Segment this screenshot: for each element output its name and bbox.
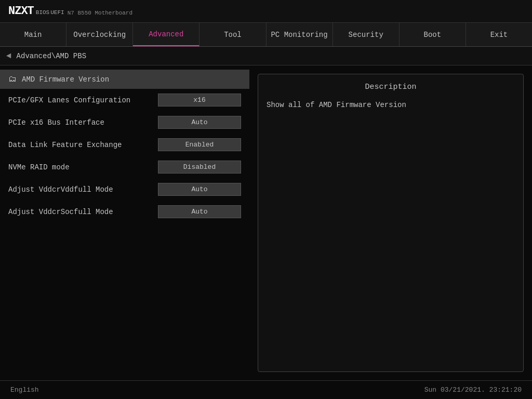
main-content: 🗂 AMD Firmware Version PCIe/GFX Lanes Co… <box>0 65 532 380</box>
nav-item-tool[interactable]: Tool <box>200 23 266 46</box>
setting-row[interactable]: Adjust VddcrSocfull ModeAuto <box>0 201 249 223</box>
logo-nzxt: NZXT <box>8 5 34 18</box>
footer-language: English <box>10 386 39 394</box>
description-title: Description <box>267 83 515 91</box>
setting-value[interactable]: Disabled <box>158 161 241 174</box>
setting-row[interactable]: PCIe x16 Bus InterfaceAuto <box>0 111 249 134</box>
breadcrumb: ◄ Advanced\AMD PBS <box>0 47 532 65</box>
nav-bar: MainOverclockingAdvancedToolPC Monitorin… <box>0 23 532 47</box>
setting-value[interactable]: x16 <box>158 94 241 107</box>
selected-menu-label: AMD Firmware Version <box>22 75 109 84</box>
setting-label: PCIe/GFX Lanes Configuration <box>8 96 158 104</box>
setting-label: Adjust VddcrVddfull Mode <box>8 185 158 194</box>
setting-value[interactable]: Auto <box>158 116 241 129</box>
nav-item-pc-monitoring[interactable]: PC Monitoring <box>267 23 333 46</box>
left-panel: 🗂 AMD Firmware Version PCIe/GFX Lanes Co… <box>0 65 249 380</box>
setting-row[interactable]: PCIe/GFX Lanes Configurationx16 <box>0 89 249 111</box>
right-panel: Description Show all of AMD Firmware Ver… <box>249 65 532 380</box>
logo: NZXT BIOS UEFI N7 B550 Motherboard <box>8 5 132 18</box>
folder-icon: 🗂 <box>8 74 17 84</box>
nav-item-security[interactable]: Security <box>333 23 400 46</box>
logo-bios: BIOS <box>36 9 49 16</box>
breadcrumb-back-icon[interactable]: ◄ <box>6 51 11 61</box>
logo-model: N7 B550 Motherboard <box>68 10 132 16</box>
setting-row[interactable]: NVMe RAID modeDisabled <box>0 156 249 178</box>
description-text: Show all of AMD Firmware Version <box>267 100 515 111</box>
settings-list: PCIe/GFX Lanes Configurationx16PCIe x16 … <box>0 89 249 223</box>
header: NZXT BIOS UEFI N7 B550 Motherboard <box>0 0 532 23</box>
nav-item-advanced[interactable]: Advanced <box>133 23 200 46</box>
setting-label: Adjust VddcrSocfull Mode <box>8 208 158 216</box>
setting-value[interactable]: Enabled <box>158 138 241 151</box>
footer: English Sun 03/21/2021. 23:21:20 <box>0 380 532 399</box>
setting-value[interactable]: Auto <box>158 183 241 196</box>
selected-menu-item[interactable]: 🗂 AMD Firmware Version <box>0 70 249 89</box>
nav-item-boot[interactable]: Boot <box>400 23 466 46</box>
setting-label: Data Link Feature Exchange <box>8 141 158 149</box>
setting-value[interactable]: Auto <box>158 205 241 218</box>
logo-uefi: UEFI <box>50 9 64 16</box>
nav-item-main[interactable]: Main <box>0 23 66 46</box>
description-box: Description Show all of AMD Firmware Ver… <box>258 74 524 372</box>
setting-row[interactable]: Adjust VddcrVddfull ModeAuto <box>0 178 249 201</box>
nav-item-overclocking[interactable]: Overclocking <box>66 23 133 46</box>
setting-row[interactable]: Data Link Feature ExchangeEnabled <box>0 134 249 156</box>
breadcrumb-text: Advanced\AMD PBS <box>17 52 86 60</box>
setting-label: PCIe x16 Bus Interface <box>8 118 158 127</box>
setting-label: NVMe RAID mode <box>8 163 158 171</box>
nav-item-exit[interactable]: Exit <box>466 23 532 46</box>
footer-datetime: Sun 03/21/2021. 23:21:20 <box>424 386 522 394</box>
